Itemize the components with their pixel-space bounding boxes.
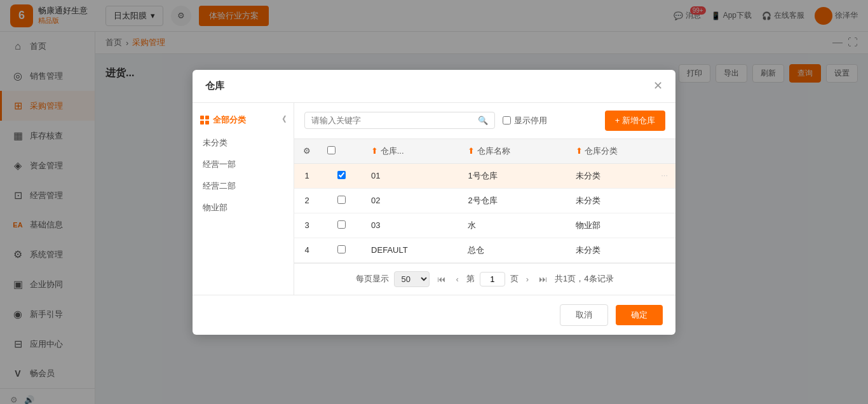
row-checkbox[interactable] [337,220,346,229]
table-header-row: ⚙ ⬆ 仓库... ⬆ 仓库名称 [294,139,675,164]
warehouse-table: ⚙ ⬆ 仓库... ⬆ 仓库名称 [294,139,675,263]
td-checkbox [320,238,363,262]
td-code: DEFAULT [363,238,460,262]
prev-page-button[interactable]: ‹ [453,273,461,285]
td-name: 水 [460,213,567,238]
page-label: 第 [466,273,475,285]
td-category: 未分类··· [568,163,675,188]
modal-overlay: 仓库 ✕ 全部分类 《 未分类 经营一部 经 [0,0,868,404]
td-num: 3 [294,213,320,238]
td-name: 2号仓库 [460,188,567,213]
show-disabled-label: 显示停用 [514,115,547,126]
td-checkbox [320,188,363,213]
confirm-button[interactable]: 确定 [616,305,663,325]
category-item-ops1[interactable]: 经营一部 [193,154,294,175]
category-item-property[interactable]: 物业部 [193,197,294,219]
per-page-label: 每页显示 [356,273,389,285]
th-checkbox [320,139,363,164]
grid-icon [200,116,209,125]
sort-icon-category: ⬆ [576,146,583,156]
td-code: 01 [363,163,460,188]
cancel-button[interactable]: 取消 [560,304,608,326]
td-num: 4 [294,238,320,262]
search-input[interactable] [311,116,478,125]
all-categories-label[interactable]: 全部分类 [213,114,246,126]
modal-title: 仓库 [205,80,224,92]
th-category[interactable]: ⬆ 仓库分类 [568,139,675,164]
warehouse-modal: 仓库 ✕ 全部分类 《 未分类 经营一部 经 [193,70,675,335]
row-action-icon[interactable]: ··· [661,170,668,180]
td-code: 02 [363,188,460,213]
last-page-button[interactable]: ⏭ [536,273,550,285]
table-row: 2 02 2号仓库 未分类 [294,188,675,213]
td-name: 总仓 [460,238,567,262]
pagination: 每页显示 50 20 100 ⏮ ‹ 第 页 › ⏭ 共1页，4条记录 [294,263,675,295]
first-page-button[interactable]: ⏮ [435,273,448,285]
table-body: 1 01 1号仓库 未分类··· 2 02 2号仓库 未分类 3 03 水 物业… [294,163,675,262]
modal-table: ⚙ ⬆ 仓库... ⬆ 仓库名称 [294,139,675,263]
total-info: 共1页，4条记录 [555,273,613,285]
per-page-select[interactable]: 50 20 100 [394,271,430,287]
td-category: 物业部 [568,213,675,238]
modal-footer: 取消 确定 [193,295,675,335]
show-disabled-check[interactable] [503,116,511,125]
select-all-checkbox[interactable] [327,146,336,154]
td-category: 未分类 [568,188,675,213]
modal-toolbar: 🔍 显示停用 + 新增仓库 [294,103,675,139]
category-item-unclassified[interactable]: 未分类 [193,132,294,154]
td-num: 1 [294,163,320,188]
row-checkbox[interactable] [337,245,346,253]
th-code[interactable]: ⬆ 仓库... [363,139,460,164]
row-checkbox[interactable] [337,171,346,179]
row-checkbox[interactable] [337,196,346,204]
next-page-button[interactable]: › [524,273,531,285]
category-item-ops2[interactable]: 经营二部 [193,175,294,197]
td-checkbox [320,163,363,188]
modal-close-button[interactable]: ✕ [653,80,663,91]
sort-icon-name: ⬆ [468,146,475,156]
td-category: 未分类 [568,238,675,262]
collapse-sidebar-button[interactable]: 《 [278,114,286,125]
modal-body: 全部分类 《 未分类 经营一部 经营二部 物业部 🔍 [193,103,675,295]
th-name[interactable]: ⬆ 仓库名称 [460,139,567,164]
modal-header: 仓库 ✕ [193,70,675,103]
td-code: 03 [363,213,460,238]
new-warehouse-button[interactable]: + 新增仓库 [605,111,665,131]
td-name: 1号仓库 [460,163,567,188]
th-settings: ⚙ [294,139,320,164]
modal-category-sidebar: 全部分类 《 未分类 经营一部 经营二部 物业部 [193,103,294,295]
td-checkbox [320,213,363,238]
td-num: 2 [294,188,320,213]
gear-icon: ⚙ [303,146,311,156]
page-input[interactable] [480,272,505,286]
table-row: 3 03 水 物业部 [294,213,675,238]
table-row: 1 01 1号仓库 未分类··· [294,163,675,188]
sort-icon: ⬆ [371,146,378,156]
modal-category-header: 全部分类 《 [193,111,294,132]
modal-main-content: 🔍 显示停用 + 新增仓库 ⚙ [294,103,675,295]
page-unit: 页 [510,273,519,285]
table-row: 4 DEFAULT 总仓 未分类 [294,238,675,262]
show-disabled-checkbox[interactable]: 显示停用 [503,115,547,126]
search-icon[interactable]: 🔍 [478,116,488,125]
search-box: 🔍 [304,112,495,129]
